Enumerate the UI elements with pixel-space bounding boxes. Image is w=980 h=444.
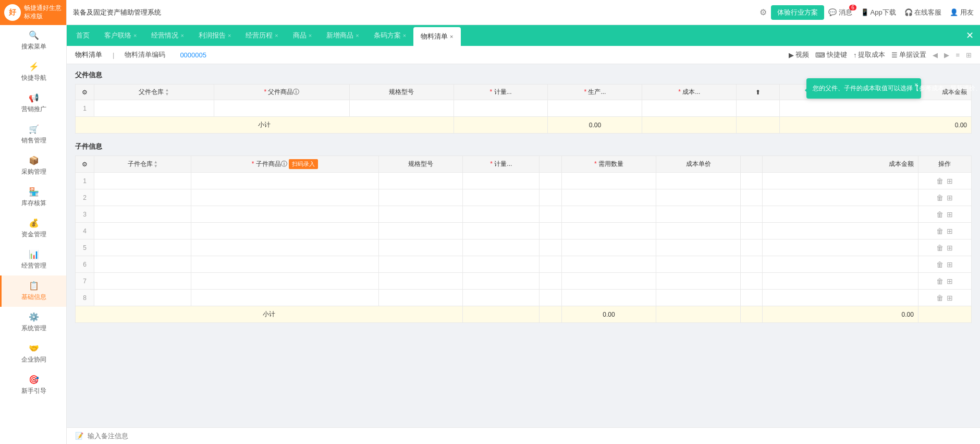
- tooltip-close-button[interactable]: ×: [914, 80, 918, 90]
- tab-close-icon[interactable]: ×: [356, 32, 359, 39]
- shortcut-button[interactable]: ⌨ 快捷键: [815, 50, 847, 59]
- marketing-icon: 📢: [29, 93, 39, 103]
- sidebar-menu: 🔍搜索菜单⚡快捷导航📢营销推广🛒销售管理📦采购管理🏪库存核算💰资金管理📊经营管理…: [0, 25, 66, 401]
- delete-icon[interactable]: 🗑: [936, 177, 944, 185]
- tab-close-icon[interactable]: ×: [403, 32, 406, 39]
- user-avatar[interactable]: 👤 用友: [950, 8, 974, 17]
- toolbar-right: ▶ 视频 ⌨ 快捷键 ↑ 提取成本 ☰ 单据设置 ◀ ▶ ≡ ⊞: [789, 50, 972, 59]
- breadcrumb-current[interactable]: 物料清单: [75, 50, 102, 59]
- tab-close-icon[interactable]: ×: [228, 32, 231, 39]
- search-icon: 🔍: [29, 30, 39, 40]
- copy-icon[interactable]: ⊞: [947, 277, 953, 285]
- tab-close-icon[interactable]: ×: [180, 32, 183, 39]
- sidebar: 好 畅捷通好生意 标准版 🔍搜索菜单⚡快捷导航📢营销推广🛒销售管理📦采购管理🏪库…: [0, 0, 67, 444]
- parent-th-production: * 生产...: [548, 85, 642, 100]
- nav-next-button[interactable]: ▶: [944, 51, 949, 59]
- nav-tab-客户联络[interactable]: 客户联络 ×: [97, 25, 144, 46]
- copy-icon[interactable]: ⊞: [947, 210, 953, 219]
- delete-icon[interactable]: 🗑: [936, 227, 944, 235]
- child-th-product: * 子件商品ⓘ 扫码录入: [191, 156, 378, 173]
- view-button[interactable]: ▶ 视频: [789, 50, 809, 59]
- sidebar-item-inventory[interactable]: 🏪库存核算: [0, 182, 66, 213]
- sidebar-item-operation[interactable]: 📊经营管理: [0, 244, 66, 275]
- nav-tab-利润报告[interactable]: 利润报告 ×: [191, 25, 238, 46]
- copy-icon[interactable]: ⊞: [947, 194, 953, 202]
- row-actions: 🗑 ⊞: [918, 194, 971, 202]
- sidebar-item-search[interactable]: 🔍搜索菜单: [0, 25, 66, 56]
- parent-th-gear[interactable]: ⚙: [76, 85, 94, 100]
- extract-cost-button[interactable]: ↑ 提取成本: [853, 50, 886, 59]
- message-button[interactable]: 💬 消息 6: [828, 8, 852, 17]
- copy-icon[interactable]: ⊞: [947, 260, 953, 269]
- child-subtotal-row: 小计 0.00 0.00: [76, 306, 972, 323]
- top-right-actions: 💬 消息 6 📱 App下载 🎧 在线客服 👤 用友: [828, 8, 974, 17]
- app-download-button[interactable]: 📱 App下载: [861, 8, 896, 17]
- nav-tab-经营历程[interactable]: 经营历程 ×: [238, 25, 285, 46]
- copy-icon[interactable]: ⊞: [947, 294, 953, 302]
- doc-code-value: 0000005: [180, 51, 206, 59]
- sidebar-item-label: 基础信息: [21, 293, 46, 302]
- sidebar-item-sales[interactable]: 🛒销售管理: [0, 119, 66, 150]
- note-input[interactable]: [88, 432, 972, 440]
- child-subtotal-quantity: 0.00: [561, 306, 656, 323]
- sidebar-item-marketing[interactable]: 📢营销推广: [0, 88, 66, 119]
- child-table-row: 8 🗑 ⊞: [76, 290, 972, 306]
- sidebar-item-guide[interactable]: 🎯新手引导: [0, 369, 66, 401]
- tab-close-icon[interactable]: ×: [275, 32, 278, 39]
- delete-icon[interactable]: 🗑: [936, 244, 944, 252]
- parent-subtotal-cost: 0.00: [548, 117, 642, 134]
- row-actions: 🗑 ⊞: [918, 294, 971, 302]
- nav-prev-button[interactable]: ◀: [933, 51, 938, 59]
- gear-button[interactable]: ⚙: [760, 7, 767, 17]
- sidebar-item-label: 快捷导航: [21, 74, 46, 82]
- bottom-bar: 📝: [67, 427, 980, 444]
- copy-icon[interactable]: ⊞: [947, 177, 953, 185]
- sidebar-item-collab[interactable]: 🤝企业协同: [0, 338, 66, 369]
- parent-th-extra: ⬆ × 您的父件、子件的成本取值可以选择【参考成本、最新进价、平均成本】: [737, 85, 780, 100]
- row-actions: 🗑 ⊞: [918, 277, 971, 285]
- sidebar-item-finance[interactable]: 💰资金管理: [0, 213, 66, 244]
- operation-icon: 📊: [29, 249, 39, 259]
- sidebar-item-system[interactable]: ⚙️系统管理: [0, 307, 66, 338]
- inventory-icon: 🏪: [29, 187, 39, 197]
- sidebar-item-purchase[interactable]: 📦采购管理: [0, 150, 66, 182]
- child-table-row: 3 🗑 ⊞: [76, 206, 972, 223]
- sidebar-item-label: 营销推广: [21, 105, 46, 114]
- content-area: 父件信息 ⚙ 父件仓库 ▲▼ * 父件商品ⓘ 规格型号 * 计量... * 生产…: [67, 64, 980, 427]
- tab-close-icon[interactable]: ×: [309, 32, 312, 39]
- expand-button[interactable]: ⊞: [966, 51, 972, 59]
- child-th-gear[interactable]: ⚙: [76, 156, 94, 173]
- delete-icon[interactable]: 🗑: [936, 210, 944, 219]
- parent-th-product: * 父件商品ⓘ: [214, 85, 350, 100]
- copy-icon[interactable]: ⊞: [947, 244, 953, 252]
- nav-tab-商品[interactable]: 商品 ×: [286, 25, 319, 46]
- tab-close-icon[interactable]: ×: [133, 32, 137, 39]
- sidebar-item-label: 经营管理: [21, 261, 46, 270]
- nav-tab-物料清单[interactable]: 物料清单 ×: [413, 27, 460, 46]
- nav-tab-新增商品[interactable]: 新增商品 ×: [319, 25, 366, 46]
- close-all-tabs-button[interactable]: ✕: [962, 30, 978, 41]
- purchase-icon: 📦: [29, 155, 39, 165]
- sidebar-item-quick-nav[interactable]: ⚡快捷导航: [0, 56, 66, 88]
- delete-icon[interactable]: 🗑: [936, 194, 944, 202]
- nav-tab-条码方案[interactable]: 条码方案 ×: [366, 25, 413, 46]
- parent-subtotal-amount: 0.00: [780, 117, 972, 134]
- delete-icon[interactable]: 🗑: [936, 277, 944, 285]
- delete-icon[interactable]: 🗑: [936, 260, 944, 269]
- trial-button[interactable]: 体验行业方案: [771, 5, 824, 20]
- tab-close-icon[interactable]: ×: [450, 33, 453, 40]
- delete-icon[interactable]: 🗑: [936, 294, 944, 302]
- page-container: 物料清单 | 物料清单编码 0000005 ▶ 视频 ⌨ 快捷键 ↑ 提取成本 …: [67, 46, 980, 444]
- nav-tabs: 首页客户联络 ×经营情况 ×利润报告 ×经营历程 ×商品 ×新增商品 ×条码方案…: [67, 25, 980, 46]
- logo-icon: 好: [4, 4, 21, 21]
- view-toggle-button[interactable]: ≡: [956, 51, 960, 59]
- sidebar-item-basic-info[interactable]: 📋基础信息: [0, 275, 66, 307]
- child-table-row: 5 🗑 ⊞: [76, 239, 972, 256]
- copy-icon[interactable]: ⊞: [947, 227, 953, 235]
- system-title: 装备及固定资产辅助管理系统: [73, 8, 755, 17]
- single-settings-button[interactable]: ☰ 单据设置: [891, 50, 926, 59]
- online-service-button[interactable]: 🎧 在线客服: [904, 8, 942, 17]
- nav-tab-经营情况[interactable]: 经营情况 ×: [144, 25, 191, 46]
- scan-input-button[interactable]: 扫码录入: [289, 159, 318, 169]
- nav-tab-首页[interactable]: 首页: [69, 25, 97, 46]
